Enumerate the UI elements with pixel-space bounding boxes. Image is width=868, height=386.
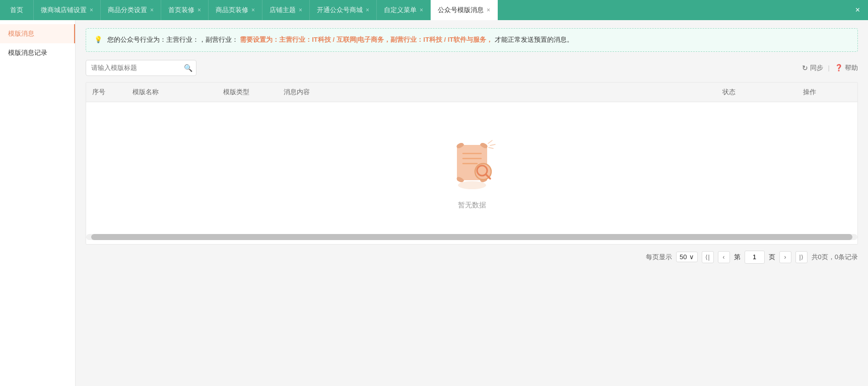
search-input[interactable] [86, 60, 196, 76]
tab-shop-theme-label: 店铺主题 [270, 6, 296, 15]
sidebar-item-template-message-label: 模版消息 [8, 30, 34, 37]
tab-home-decor[interactable]: 首页装修 × [161, 0, 209, 20]
table-wrap: 序号 模版名称 模版类型 消息内容 状态 操作 [86, 82, 858, 245]
empty-state: 暂无数据 [86, 102, 857, 230]
tab-shop-settings-close[interactable]: × [90, 7, 93, 14]
th-content: 消息内容 [278, 83, 716, 102]
th-status: 状态 [716, 83, 797, 102]
tab-template-msg[interactable]: 公众号模版消息 × [431, 0, 498, 20]
th-index: 序号 [86, 83, 126, 102]
svg-line-9 [489, 147, 493, 148]
tab-custom-menu-close[interactable]: × [420, 7, 423, 14]
notice-text-after: 才能正常发送预置的消息。 [495, 36, 573, 43]
tab-open-mall[interactable]: 开通公众号商城 × [310, 0, 377, 20]
tab-custom-menu[interactable]: 自定义菜单 × [377, 0, 431, 20]
search-input-wrap: 🔍 [86, 60, 196, 76]
content-area: 💡 您的公众号行业为：主营行业：，副营行业： 需要设置为：主营行业：IT科技 /… [76, 20, 868, 386]
table-header: 序号 模版名称 模版类型 消息内容 状态 操作 [86, 83, 857, 102]
pagination: 每页显示 50 ∨ ⟨| ‹ 第 页 › |⟩ 共0页，0条记录 [86, 245, 858, 266]
window-close-button[interactable]: × [847, 6, 868, 15]
sidebar-item-template-record-label: 模版消息记录 [8, 49, 47, 56]
tab-product-category-label: 商品分类设置 [108, 6, 147, 15]
tab-product-category[interactable]: 商品分类设置 × [101, 0, 161, 20]
svg-line-7 [488, 140, 492, 143]
scrollbar[interactable] [86, 234, 857, 240]
tab-shop-theme-close[interactable]: × [299, 7, 302, 14]
empty-text: 暂无数据 [458, 201, 486, 210]
tab-custom-menu-label: 自定义菜单 [384, 6, 417, 15]
notice-icon: 💡 [94, 36, 102, 43]
page-unit: 页 [769, 253, 775, 262]
help-label: 帮助 [845, 63, 858, 72]
tab-template-msg-label: 公众号模版消息 [438, 6, 484, 15]
svg-point-0 [458, 181, 486, 189]
tab-product-decor-label: 商品页装修 [216, 6, 248, 15]
notice-highlight-text: 需要设置为：主营行业：IT科技 / 互联网|电子商务，副营行业：IT科技 / I… [240, 36, 493, 43]
sync-icon: ↻ [802, 64, 808, 72]
last-page-button[interactable]: |⟩ [795, 251, 808, 263]
empty-illustration [442, 132, 502, 193]
help-button[interactable]: ❓ 帮助 [835, 63, 858, 72]
tab-shop-theme[interactable]: 店铺主题 × [262, 0, 310, 20]
tab-open-mall-label: 开通公众号商城 [317, 6, 363, 15]
search-left: 🔍 [86, 60, 196, 76]
current-page-input[interactable] [745, 251, 765, 264]
tab-home-decor-close[interactable]: × [197, 7, 201, 14]
page-label-first: 第 [734, 253, 741, 262]
sync-label: 同步 [810, 63, 823, 72]
page-size-value: 50 [680, 253, 687, 261]
tab-home-decor-label: 首页装修 [168, 6, 194, 15]
tab-home[interactable]: 首页 [0, 0, 34, 20]
divider: | [828, 64, 830, 71]
th-name: 模版名称 [126, 83, 217, 102]
help-icon: ❓ [835, 64, 843, 71]
notice-banner: 💡 您的公众号行业为：主营行业：，副营行业： 需要设置为：主营行业：IT科技 /… [86, 28, 858, 52]
th-action: 操作 [797, 83, 857, 102]
page-size-dropdown-icon: ∨ [689, 253, 694, 261]
tab-product-decor-close[interactable]: × [251, 7, 255, 14]
page-size-label: 每页显示 [646, 253, 672, 262]
sidebar: 模版消息 模版消息记录 [0, 20, 76, 386]
tab-template-msg-close[interactable]: × [487, 7, 490, 14]
tab-product-category-close[interactable]: × [150, 7, 154, 14]
th-type: 模版类型 [217, 83, 278, 102]
prev-page-button[interactable]: ‹ [718, 251, 730, 263]
next-page-button[interactable]: › [779, 251, 791, 263]
main-layout: 模版消息 模版消息记录 💡 您的公众号行业为：主营行业：，副营行业： 需要设置为… [0, 20, 868, 386]
search-bar: 🔍 ↻ 同步 | ❓ 帮助 [86, 60, 858, 76]
sidebar-item-template-message[interactable]: 模版消息 [0, 24, 75, 43]
page-size-select[interactable]: 50 ∨ [676, 252, 697, 262]
svg-line-8 [490, 144, 495, 145]
tab-open-mall-close[interactable]: × [366, 7, 369, 14]
tab-home-label: 首页 [10, 6, 23, 15]
tab-shop-settings[interactable]: 微商城店铺设置 × [34, 0, 101, 20]
notice-text-before: 您的公众号行业为：主营行业：，副营行业： [107, 36, 238, 43]
total-text: 共0页，0条记录 [812, 253, 858, 262]
tab-product-decor[interactable]: 商品页装修 × [209, 0, 262, 20]
tab-shop-settings-label: 微商城店铺设置 [41, 6, 87, 15]
sidebar-item-template-record[interactable]: 模版消息记录 [0, 43, 75, 62]
search-right: ↻ 同步 | ❓ 帮助 [802, 63, 858, 72]
search-icon[interactable]: 🔍 [184, 64, 192, 72]
tab-bar: 首页 微商城店铺设置 × 商品分类设置 × 首页装修 × 商品页装修 × 店铺主… [0, 0, 868, 20]
first-page-button[interactable]: ⟨| [702, 251, 714, 263]
sync-button[interactable]: ↻ 同步 [802, 63, 823, 72]
scrollbar-thumb[interactable] [91, 234, 852, 240]
